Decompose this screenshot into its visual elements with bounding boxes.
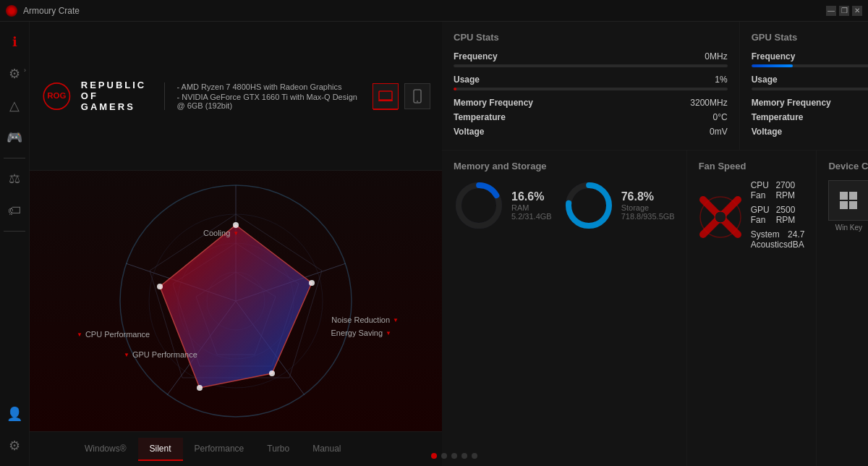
gpu-usage-row: Usage 0% xyxy=(752,75,868,85)
win-key-icon-box[interactable] xyxy=(828,180,868,221)
gpu-arrow: ▼ xyxy=(124,352,129,358)
cpu-fan-row: CPU Fan 2700 RPM xyxy=(751,180,805,200)
phone-view-button[interactable] xyxy=(404,83,430,109)
svg-text:ROG: ROG xyxy=(47,91,66,100)
svg-point-34 xyxy=(715,211,726,223)
acoustics-value: 24.7 dBA xyxy=(788,229,804,250)
title-bar-left: Armoury Crate xyxy=(6,5,80,17)
label-gpu: ▼ GPU Performance xyxy=(124,350,197,359)
laptop-view-button[interactable] xyxy=(373,83,399,109)
gpu-stats-title: GPU Stats xyxy=(752,32,868,43)
storage-type-label: Storage xyxy=(621,203,675,212)
bottom-nav[interactable] xyxy=(41,449,868,463)
close-button[interactable]: ✕ xyxy=(852,6,862,16)
settings-icon: ⚙ xyxy=(9,438,20,454)
memory-storage-panel: Memory and Storage xyxy=(442,151,686,466)
nav-dot-1[interactable] xyxy=(431,453,437,459)
sidebar-item-gamepad[interactable]: 🎮 xyxy=(0,123,29,152)
device-gpu: NVIDIA GeForce GTX 1660 Ti with Max-Q De… xyxy=(176,93,361,110)
svg-point-23 xyxy=(157,284,163,289)
cpu-temp-value: 0°C xyxy=(713,112,728,122)
cpu-usage-bar-fill xyxy=(454,88,456,90)
sidebar-divider xyxy=(4,158,25,158)
acoustics-row: System Acoustics 24.7 dBA xyxy=(751,229,805,250)
stats-row-top: CPU Stats Frequency 0MHz Usage 1% xyxy=(442,22,868,150)
restore-button[interactable]: ❐ xyxy=(839,6,849,16)
label-noise: Noise Reduction ▼ xyxy=(331,315,399,324)
header-actions[interactable] xyxy=(373,83,430,109)
app-icon xyxy=(6,5,17,17)
gpu-fan-row: GPU Fan 2500 RPM xyxy=(751,205,805,225)
nav-dot-2[interactable] xyxy=(441,453,447,459)
label-energy: Energy Saving ▼ xyxy=(331,329,391,337)
cpu-fan-label: CPU Fan xyxy=(751,180,776,200)
nav-dot-5[interactable] xyxy=(472,453,477,459)
ram-detail: 5.2/31.4GB xyxy=(511,212,552,221)
svg-point-5 xyxy=(417,101,418,102)
sidebar-item-profile[interactable]: 👤 xyxy=(0,399,29,428)
left-panel: ROG REPUBLIC OF GAMERS AMD Ryzen 7 4800H… xyxy=(30,22,442,466)
info-icon: ℹ xyxy=(12,34,17,50)
svg-rect-35 xyxy=(840,192,848,200)
cpu-mem-freq-label: Memory Frequency xyxy=(454,98,533,108)
main-content: ROG REPUBLIC OF GAMERS AMD Ryzen 7 4800H… xyxy=(30,22,868,466)
fan-speed-panel: Fan Speed xyxy=(687,151,817,466)
cpu-mem-freq-value: 3200MHz xyxy=(690,98,727,108)
svg-rect-37 xyxy=(840,201,848,209)
device-config-panel: Device Configuration W xyxy=(817,151,868,466)
gpu-frequency-row: Frequency 300MHz xyxy=(752,51,868,62)
bottom-row: Memory and Storage xyxy=(442,151,868,466)
right-panel: CPU Stats Frequency 0MHz Usage 1% xyxy=(442,22,868,466)
sidebar-item-aura[interactable]: △ xyxy=(0,91,29,120)
gpu-frequency-bar-fill xyxy=(752,64,793,67)
fan-icon-area: CPU Fan 2700 RPM GPU Fan 2500 RPM System… xyxy=(699,180,805,254)
cpu-temp-label: Temperature xyxy=(454,112,506,122)
ram-donut xyxy=(454,180,504,231)
ram-donut-label: 16.6% RAM 5.2/31.4GB xyxy=(511,190,552,221)
gpu-temp-row: Temperature 42°C xyxy=(752,112,868,122)
sidebar-bottom: 👤 ⚙ xyxy=(0,399,29,460)
cpu-temp-row: Temperature 0°C xyxy=(454,112,728,122)
device-cpu: AMD Ryzen 7 4800HS with Radeon Graphics xyxy=(176,82,361,91)
sidebar-item-tag[interactable]: 🏷 xyxy=(0,196,29,225)
sidebar-item-settings[interactable]: ⚙ xyxy=(0,431,29,460)
cpu-usage-label: Usage xyxy=(454,75,480,85)
app-title: Armoury Crate xyxy=(23,6,80,16)
title-bar: Armoury Crate — ❐ ✕ xyxy=(0,0,868,22)
energy-arrow: ▼ xyxy=(386,330,391,336)
cpu-usage-value: 1% xyxy=(715,75,727,85)
gpu-fan-value: 2500 RPM xyxy=(776,205,805,225)
svg-rect-2 xyxy=(379,91,392,100)
cpu-voltage-row: Voltage 0mV xyxy=(454,127,728,137)
win-key-item[interactable]: Win Key xyxy=(828,180,868,240)
sidebar-item-system[interactable]: ⚙ › xyxy=(0,59,29,88)
ram-donut-svg xyxy=(454,180,504,231)
win-key-label: Win Key xyxy=(835,224,862,232)
label-cooling: Cooling ▼ xyxy=(203,229,239,237)
minimize-button[interactable]: — xyxy=(826,6,836,16)
svg-rect-3 xyxy=(378,100,393,101)
radar-container: Cooling ▼ Noise Reduction ▼ Energy Savin… xyxy=(30,171,442,431)
device-icons[interactable]: Win Key ROG Key xyxy=(828,180,868,240)
gpu-usage-bar xyxy=(752,88,868,90)
header-brand: REPUBLIC OF GAMERS xyxy=(81,80,153,112)
laptop-icon xyxy=(378,90,393,102)
sidebar-item-equalizer[interactable]: ⚖ xyxy=(0,164,29,193)
rog-logo: ROG xyxy=(41,77,72,115)
gpu-frequency-label: Frequency xyxy=(752,51,796,62)
cpu-voltage-label: Voltage xyxy=(454,127,484,137)
gpu-voltage-label: Voltage xyxy=(752,127,782,137)
svg-point-22 xyxy=(197,385,203,391)
svg-rect-36 xyxy=(849,192,857,200)
fan-svg xyxy=(699,195,742,239)
gpu-usage-label: Usage xyxy=(752,75,778,85)
cpu-fan-value: 2700 RPM xyxy=(775,180,804,200)
nav-dot-4[interactable] xyxy=(461,453,467,459)
gpu-voltage-row: Voltage 618mV xyxy=(752,127,868,137)
nav-dot-3[interactable] xyxy=(451,453,457,459)
acoustics-label: System Acoustics xyxy=(751,229,788,250)
sidebar-item-info[interactable]: ℹ xyxy=(0,27,29,56)
window-controls[interactable]: — ❐ ✕ xyxy=(826,6,862,16)
app-container: ℹ ⚙ › △ 🎮 ⚖ 🏷 👤 ⚙ xyxy=(0,22,868,466)
storage-donut xyxy=(563,180,614,231)
